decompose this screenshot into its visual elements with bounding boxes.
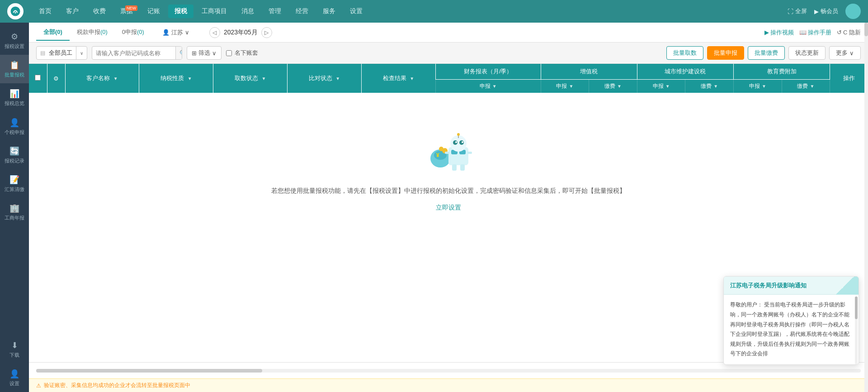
notif-decoration	[831, 277, 859, 295]
th-financial-report: 财务报表（月/季）	[435, 64, 541, 80]
warning-icon: ⚠	[36, 382, 41, 389]
status-update-button[interactable]: 状态更新	[788, 46, 826, 60]
nav-business[interactable]: 工商项目	[195, 5, 233, 18]
batch-pay-button[interactable]: 批量缴费	[748, 46, 785, 60]
more-button[interactable]: 更多 ∨	[829, 46, 861, 60]
th-edu-surcharge: 教育费附加	[734, 64, 830, 80]
manual-link[interactable]: 📖 操作手册	[799, 29, 831, 37]
top-navigation: 首页 客户 收费 票据 NEW 记账 报税 工商项目 消息 管理 经营 服务 设…	[0, 0, 868, 23]
fetch-status-filter-icon: ▼	[262, 76, 266, 81]
month-label: 2023年05月	[224, 29, 258, 37]
svg-point-14	[462, 141, 463, 143]
name-account-checkbox[interactable]	[226, 50, 232, 56]
manual-icon: 📖	[799, 29, 807, 36]
sidebar-label-batch-tax: 批量报税	[5, 72, 24, 78]
month-prev-button[interactable]: ◁	[209, 27, 220, 38]
tab-group: 全部(0) 税款申报(0) 0申报(0)	[36, 24, 151, 41]
customer-filter-icon: ▼	[113, 76, 118, 81]
region-arrow-icon: ∨	[185, 29, 189, 36]
month-next-button[interactable]: ▷	[261, 27, 272, 38]
employee-select-label: 全部员工	[49, 49, 76, 57]
main-scroll-thumb[interactable]	[864, 23, 868, 36]
sidebar-item-tax-overview[interactable]: 📊 报税总览	[0, 83, 29, 112]
sidebar-item-annual-settlement[interactable]: 📝 汇算清缴	[0, 169, 29, 198]
download-icon: ⬇	[11, 340, 18, 350]
nav-menu: 首页 客户 收费 票据 NEW 记账 报税 工商项目 消息 管理 经营 服务 设…	[33, 5, 788, 18]
th-edu-pay: 缴费▼	[782, 80, 830, 93]
nav-customer[interactable]: 客户	[60, 5, 85, 18]
filter-button[interactable]: ⊞ 筛选 ∨	[187, 46, 222, 60]
notif-scroll-thumb[interactable]	[855, 296, 858, 319]
sidebar-item-download[interactable]: ⬇ 下载	[0, 335, 29, 363]
member-button[interactable]: ▶ 畅会员	[814, 7, 838, 15]
nav-message[interactable]: 消息	[235, 5, 260, 18]
horizontal-scrollbar[interactable]	[36, 369, 861, 373]
nav-settings[interactable]: 设置	[344, 5, 369, 18]
th-tax-type: 纳税性质 ▼	[139, 64, 213, 93]
refresh-icon: ↺	[837, 29, 842, 36]
sidebar-item-personal-tax[interactable]: 👤 个税申报	[0, 112, 29, 141]
nav-tax[interactable]: 报税	[168, 5, 193, 18]
setup-link[interactable]: 立即设置	[436, 204, 461, 212]
nav-service[interactable]: 服务	[316, 5, 342, 18]
search-box[interactable]: 🔍	[92, 46, 182, 60]
svg-rect-19	[452, 164, 457, 171]
table-header-row: ⚙ 客户名称 ▼ 纳税性质 ▼ 取数状态 ▼	[29, 64, 868, 80]
sidebar-label-tax-settings: 报税设置	[5, 43, 24, 49]
tab-all[interactable]: 全部(0)	[36, 24, 70, 41]
video-link[interactable]: ▶ 操作视频	[764, 29, 794, 37]
region-label: 江苏	[171, 29, 183, 37]
more-arrow-icon: ∨	[849, 50, 854, 57]
tab-bar: 全部(0) 税款申报(0) 0申报(0) 👤 江苏 ∨ ◁ 2023年05月 ▷	[29, 23, 868, 43]
sidebar-item-user[interactable]: 👤 设置	[0, 363, 29, 392]
th-vat-pay: 缴费▼	[589, 80, 637, 93]
checkbox-label[interactable]: 名下账套	[226, 49, 258, 57]
nav-home[interactable]: 首页	[33, 5, 58, 18]
batch-tax-icon: 📋	[9, 60, 19, 70]
city-declare-filter-icon: ▼	[665, 84, 670, 89]
batch-declare-button[interactable]: 批量申报	[707, 46, 744, 60]
nav-manage[interactable]: 管理	[262, 5, 288, 18]
notif-title: 江苏电子税务局升级影响通知	[730, 282, 807, 290]
toolbar-right: 批量取数 批量申报 批量缴费 状态更新 更多 ∨	[666, 46, 861, 60]
logo[interactable]	[7, 3, 24, 19]
main-scrollbar[interactable]	[864, 23, 868, 392]
notif-scrollbar[interactable]	[855, 296, 858, 364]
nav-accounting[interactable]: 记账	[141, 5, 166, 18]
status-text: 验证账密、采集信息均成功的企业才会流转至批量报税页面中	[44, 382, 190, 389]
select-all-checkbox[interactable]	[35, 75, 41, 81]
search-button[interactable]: 🔍	[175, 47, 182, 59]
th-vat-declare: 申报▼	[541, 80, 589, 93]
th-settings: ⚙	[47, 64, 65, 93]
sidebar-bottom: ⬇ 下载 👤 设置	[0, 335, 29, 392]
sidebar-item-batch-tax[interactable]: 📋 批量报税	[0, 55, 29, 83]
sidebar-item-annual-report[interactable]: 🏢 工商年报	[0, 198, 29, 226]
sidebar-label-annual-settlement: 汇算清缴	[5, 186, 24, 192]
nav-ticket[interactable]: 票据 NEW	[114, 5, 139, 18]
th-fin-declare: 申报▼	[435, 80, 541, 93]
sidebar-item-tax-records[interactable]: 🔄 报税记录	[0, 141, 29, 169]
edu-declare-filter-icon: ▼	[762, 84, 766, 89]
new-badge: NEW	[125, 5, 137, 11]
search-input[interactable]	[92, 50, 175, 57]
nav-operation[interactable]: 经营	[289, 5, 315, 18]
vat-pay-filter-icon: ▼	[617, 84, 622, 89]
avatar[interactable]	[845, 4, 861, 19]
employee-select-group[interactable]: ▤ 全部员工 ∨	[36, 46, 87, 60]
sidebar-item-tax-settings[interactable]: ⚙ 报税设置	[0, 26, 29, 55]
batch-fetch-button[interactable]: 批量取数	[666, 46, 703, 60]
robot-illustration: ¥	[421, 129, 476, 174]
video-icon: ▶	[764, 29, 769, 36]
tab-zero-declare[interactable]: 0申报(0)	[115, 24, 151, 41]
city-pay-filter-icon: ▼	[713, 84, 718, 89]
tab-declare[interactable]: 税款申报(0)	[70, 24, 115, 41]
nav-fee[interactable]: 收费	[87, 5, 112, 18]
svg-point-16	[457, 133, 460, 136]
scrollbar-thumb[interactable]	[36, 369, 262, 373]
employee-filter-icon: ▤	[37, 50, 49, 56]
refresh-button[interactable]: ↺ C 隐新	[837, 29, 861, 37]
fullscreen-button[interactable]: ⛶ 全屏	[788, 7, 807, 15]
region-selector[interactable]: 👤 江苏 ∨	[162, 29, 189, 37]
th-vat: 增值税	[541, 64, 637, 80]
th-checkbox	[29, 64, 47, 93]
